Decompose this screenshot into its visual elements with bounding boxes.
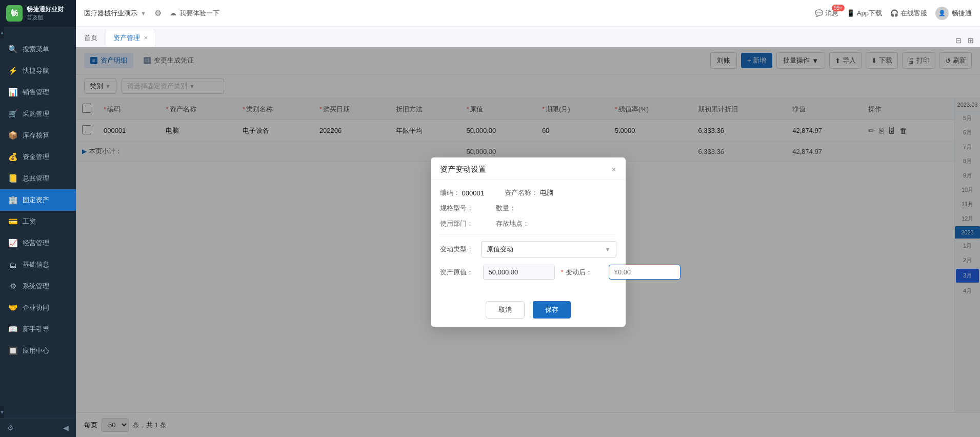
dialog-quantity-field: 数量： [496, 204, 518, 213]
sidebar-item-label: 快捷导航 [23, 66, 49, 75]
guide-icon: 📖 [8, 325, 17, 334]
sidebar-item-base[interactable]: 🗂 基础信息 [0, 254, 76, 275]
required-star: * [561, 268, 564, 276]
location-label: 存放地点： [496, 219, 529, 228]
sidebar-item-salary[interactable]: 💳 工资 [0, 211, 76, 232]
app-label: App下载 [857, 9, 882, 18]
sidebar-item-inventory[interactable]: 📦 库存核算 [0, 125, 76, 146]
sidebar-nav: 🔍 搜索菜单 ⚡ 快捷导航 📊 销售管理 🛒 采购管理 📦 库存核算 💰 资金管… [0, 38, 76, 406]
scroll-up-arrow[interactable]: ▲ [0, 29, 6, 36]
spec-label: 规格型号： [440, 204, 473, 213]
logo-badge: 普及版 [27, 14, 64, 22]
message-btn[interactable]: 💬 消息 99+ [815, 9, 838, 18]
tab-maximize-icon[interactable]: ⊞ [966, 34, 976, 47]
company-selector[interactable]: 医疗器械行业演示 ▼ [84, 9, 146, 18]
sidebar-item-quicknav[interactable]: ⚡ 快捷导航 [0, 60, 76, 82]
collapse-icon[interactable]: ◀ [63, 424, 69, 432]
asset-name-value: 电脑 [540, 188, 553, 197]
user-menu[interactable]: 👤 畅捷通 [935, 7, 972, 20]
original-value-half: 资产原值： [440, 265, 555, 280]
service-btn[interactable]: 🎧 在线客服 [890, 9, 927, 18]
change-type-value: 原值变动 [487, 245, 513, 254]
sidebar-item-label: 搜索菜单 [23, 45, 49, 54]
tab-assets-label: 资产管理 [113, 33, 140, 43]
tab-bar: 首页 资产管理 × ⊟ ⊞ [76, 27, 980, 47]
sidebar-item-capital[interactable]: 💰 资金管理 [0, 146, 76, 168]
dialog-code-field: 编码： 000001 [440, 188, 484, 197]
modal-overlay: 资产变动设置 × 编码： 000001 资产名称： 电脑 [76, 47, 980, 437]
sidebar-item-system[interactable]: ⚙ 系统管理 [0, 275, 76, 297]
dialog-name-field: 资产名称： 电脑 [505, 188, 553, 197]
change-type-arrow-icon: ▼ [605, 246, 611, 252]
code-value: 000001 [462, 189, 484, 197]
change-type-label: 变动类型： [440, 245, 481, 254]
asset-change-dialog: 资产变动设置 × 编码： 000001 资产名称： 电脑 [431, 157, 626, 327]
sidebar-item-label: 销售管理 [23, 88, 49, 97]
experience-btn[interactable]: ☁ 我要体验一下 [170, 9, 219, 18]
salary-icon: 💳 [8, 217, 17, 226]
inventory-icon: 📦 [8, 131, 17, 140]
sidebar-item-label: 库存核算 [23, 131, 49, 140]
sidebar-item-label: 经营管理 [23, 239, 49, 248]
experience-label: 我要体验一下 [179, 9, 219, 18]
change-type-select[interactable]: 原值变动 ▼ [481, 241, 616, 257]
sidebar-logo: 畅 畅捷通好业财 普及版 [0, 0, 76, 27]
dialog-title: 资产变动设置 [440, 165, 486, 174]
dialog-dept-field: 使用部门： [440, 219, 475, 228]
headset-icon: 🎧 [890, 9, 898, 17]
quantity-label: 数量： [496, 204, 516, 213]
page-content: ≡ 资产明细 □ 变更生成凭证 刘账 + 新增 批量操作 ▼ ⬆ 导入 ⬇ [76, 47, 980, 437]
sidebar-item-purchase[interactable]: 🛒 采购管理 [0, 103, 76, 125]
header-settings-icon[interactable]: ⚙ [154, 8, 162, 18]
dept-label: 使用部门： [440, 219, 473, 228]
change-type-row: 变动类型： 原值变动 ▼ [440, 241, 616, 257]
logo-text: 畅捷通好业财 普及版 [27, 5, 64, 22]
save-button[interactable]: 保存 [533, 301, 571, 319]
ops-icon: 📈 [8, 239, 17, 248]
dialog-info-row2: 规格型号： 数量： [440, 204, 616, 213]
company-name: 医疗器械行业演示 [84, 9, 137, 18]
avatar: 👤 [935, 7, 949, 20]
sidebar-item-search[interactable]: 🔍 搜索菜单 [0, 38, 76, 60]
search-icon: 🔍 [8, 45, 17, 54]
after-value-input[interactable] [609, 265, 681, 280]
sidebar-item-apps[interactable]: 🔲 应用中心 [0, 340, 76, 362]
logo-title: 畅捷通好业财 [27, 5, 64, 14]
sidebar-item-label: 应用中心 [23, 346, 49, 355]
fixed-icon: 🏢 [8, 195, 17, 205]
dialog-location-field: 存放地点： [496, 219, 531, 228]
sidebar-item-label: 系统管理 [23, 282, 49, 291]
phone-icon: 📱 [847, 9, 855, 17]
service-label: 在线客服 [901, 9, 927, 18]
company-dropdown-icon: ▼ [141, 10, 146, 16]
dialog-info-row3: 使用部门： 存放地点： [440, 219, 616, 228]
settings-icon[interactable]: ⚙ [7, 424, 14, 432]
sidebar-item-ledger[interactable]: 📒 总账管理 [0, 168, 76, 189]
tab-assets[interactable]: 资产管理 × [106, 29, 155, 47]
sidebar-item-label: 基础信息 [23, 260, 49, 269]
tab-home[interactable]: 首页 [76, 29, 106, 47]
scroll-down[interactable]: ▼ [0, 406, 4, 418]
sidebar-item-sales[interactable]: 📊 销售管理 [0, 82, 76, 103]
sidebar-item-collab[interactable]: 🤝 企业协同 [0, 297, 76, 319]
original-value-label: 资产原值： [440, 268, 481, 277]
sidebar-item-label: 固定资产 [23, 195, 49, 205]
cancel-button[interactable]: 取消 [486, 301, 525, 319]
tab-minimize-icon[interactable]: ⊟ [953, 34, 964, 47]
purchase-icon: 🛒 [8, 109, 17, 118]
collab-icon: 🤝 [8, 303, 17, 312]
app-header: 医疗器械行业演示 ▼ ⚙ ☁ 我要体验一下 💬 消息 99+ 📱 App下载 🎧… [76, 0, 980, 27]
scroll-down-arrow[interactable]: ▼ [0, 408, 6, 416]
sidebar-item-fixed[interactable]: 🏢 固定资产 [0, 189, 76, 211]
dialog-close-button[interactable]: × [611, 165, 616, 174]
sidebar-item-ops[interactable]: 📈 经营管理 [0, 232, 76, 254]
tab-home-label: 首页 [84, 34, 97, 42]
app-download-btn[interactable]: 📱 App下载 [847, 9, 882, 18]
sidebar-item-guide[interactable]: 📖 新手引导 [0, 319, 76, 340]
tab-close-icon[interactable]: × [144, 34, 148, 42]
scroll-up[interactable]: ▲ [0, 27, 4, 38]
tab-right-controls: ⊟ ⊞ [953, 34, 980, 47]
original-value-input[interactable] [483, 265, 555, 280]
after-label: 变动后： [566, 268, 607, 277]
base-icon: 🗂 [8, 260, 17, 269]
